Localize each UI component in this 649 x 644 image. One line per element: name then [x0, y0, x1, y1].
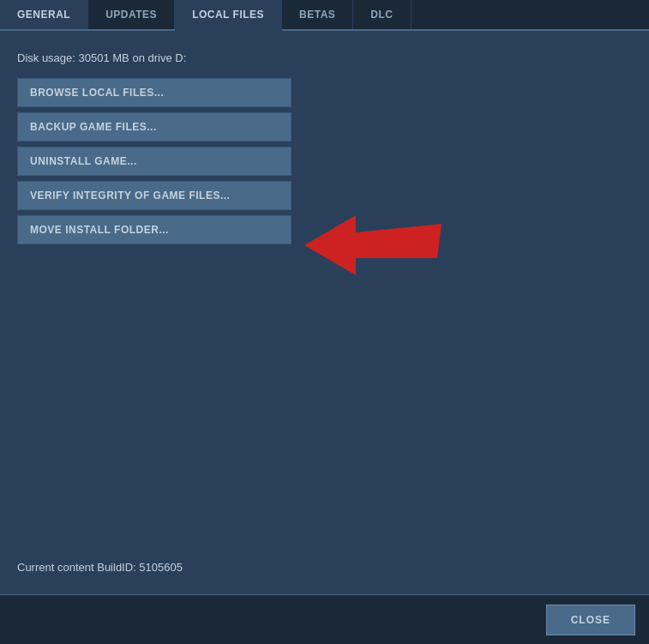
disk-usage-label: Disk usage: 30501 MB on drive D: — [17, 51, 632, 64]
arrow-annotation — [304, 211, 442, 280]
svg-marker-0 — [304, 215, 442, 275]
backup-game-files-button[interactable]: BACKUP GAME FILES... — [17, 112, 291, 141]
footer: CLOSE — [0, 594, 649, 644]
tab-betas[interactable]: BETAS — [282, 0, 353, 29]
tab-general[interactable]: GENERAL — [0, 0, 88, 29]
move-install-folder-button[interactable]: MOVE INSTALL FOLDER... — [17, 215, 291, 244]
tab-dlc[interactable]: DLC — [353, 0, 411, 29]
uninstall-game-button[interactable]: UNINSTALL GAME... — [17, 147, 291, 176]
close-button[interactable]: CLOSE — [546, 605, 635, 635]
action-button-list: BROWSE LOCAL FILES... BACKUP GAME FILES.… — [17, 78, 291, 244]
verify-integrity-button[interactable]: VERIFY INTEGRITY OF GAME FILES... — [17, 181, 291, 210]
build-id-label: Current content BuildID: 5105605 — [17, 561, 632, 574]
browse-local-files-button[interactable]: BROWSE LOCAL FILES... — [17, 78, 291, 107]
tab-local-files[interactable]: LOCAL FILES — [175, 0, 282, 31]
tab-bar: GENERAL UPDATES LOCAL FILES BETAS DLC — [0, 0, 649, 31]
steam-properties-window: GENERAL UPDATES LOCAL FILES BETAS DLC Di… — [0, 0, 649, 644]
tab-updates[interactable]: UPDATES — [88, 0, 175, 29]
main-content: Disk usage: 30501 MB on drive D: BROWSE … — [0, 31, 649, 594]
